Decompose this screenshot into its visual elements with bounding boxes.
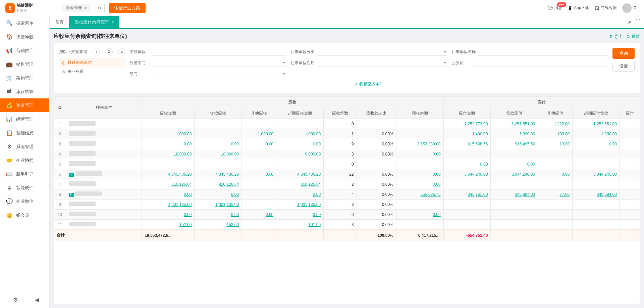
user-name: Rit <box>634 6 639 10</box>
sidebar-item-search[interactable]: 🔍 搜索菜单 <box>0 16 49 30</box>
chevron-down-icon: ▾ <box>85 6 87 10</box>
sidebar: 🔍 搜索菜单 🏠 快捷导航 📢 营销推广 💼 销售管理 🛒 采购管理 🏛 库存核… <box>0 16 50 308</box>
page-actions: ⬆ 导出 ↻ 刷新 <box>609 34 640 40</box>
salesperson-label: 业务员 <box>451 60 472 66</box>
export-button[interactable]: ⬆ 导出 <box>609 34 623 40</box>
chevron-up-icon: ∧ <box>355 82 358 87</box>
notification-badge: 99+ <box>557 2 566 7</box>
col-settings[interactable]: ⚙ <box>54 97 66 119</box>
footer-ar-ratio: 100.00% <box>357 230 396 241</box>
col-prepay: 预收余额 <box>396 108 443 119</box>
division-label: 分管部门 <box>129 60 150 66</box>
table-row: 6✓4,345,436.204,345,436.200.004,345,436.… <box>54 169 640 179</box>
maximize-icon[interactable]: ⛶ <box>635 19 641 25</box>
sidebar-settings-button[interactable]: ⚙ <box>10 295 20 305</box>
filter-partner-name: 往来单位名称 <box>451 48 608 56</box>
sidebar-item-nav[interactable]: 🏠 快捷导航 <box>0 30 49 44</box>
col-loan-ar: 贷款应收 <box>195 108 242 119</box>
tree-item-by-partner[interactable]: ⊙ 按往来来单位 <box>59 58 125 67</box>
purchase-icon: 🛒 <box>6 75 13 81</box>
collapse-more-button[interactable]: ∧ 收起更多条件 <box>354 80 385 88</box>
management-icon: 📊 <box>6 116 13 122</box>
col-receivable-group: 应收 <box>142 97 443 108</box>
sidebar-label-collaboration: 企业协同 <box>16 158 34 164</box>
user-avatar[interactable]: Rit <box>622 3 639 13</box>
partner-nature-select[interactable]: ▾ <box>317 59 447 67</box>
salesperson-input[interactable]: ··· <box>474 59 608 67</box>
sidebar-item-inventory[interactable]: 🏛 库存核算 <box>0 85 49 98</box>
sidebar-item-marketing[interactable]: 📢 营销推广 <box>0 44 49 57</box>
sidebar-item-hardware[interactable]: 🖥 智能硬件 <box>0 181 49 194</box>
tree-label-by-salesperson: 按业务员 <box>67 69 84 75</box>
refresh-button[interactable]: ↻ 刷新 <box>626 34 640 40</box>
filter-partner-category: 往来单位分类 ▾ <box>290 48 447 56</box>
online-service-button[interactable]: 🎧 在线客服 <box>594 5 617 11</box>
sidebar-item-sales[interactable]: 💼 销售管理 <box>0 57 49 71</box>
settlement-unit-input[interactable]: ··· <box>152 48 286 56</box>
sidebar-item-collaboration[interactable]: 🤝 企业协同 <box>0 153 49 167</box>
tab-bar-actions: ✕ ⛶ <box>624 16 644 28</box>
sidebar-item-finance[interactable]: 💰 资金管理 <box>0 98 49 112</box>
partner-category-select[interactable]: ▾ <box>317 48 447 56</box>
download-icon: 📱 <box>568 6 573 10</box>
table-row: 418,000.0018,000.009,000.0030.00%0.00 <box>54 149 640 159</box>
breadcrumb[interactable]: 资金管理 ▾ <box>62 4 91 12</box>
sidebar-item-wechat[interactable]: 💬 企业微信 <box>0 194 49 208</box>
table-row: 101,252,773.001,251,551.001,222.001,251,… <box>54 119 640 129</box>
tab-ar-balance[interactable]: 应收应付余额查询 × <box>69 16 119 29</box>
sales-icon: 💼 <box>6 61 13 68</box>
query-button[interactable]: 查询 <box>612 48 635 59</box>
search-icon: 🔍 <box>6 20 13 26</box>
table-row: 91,001,135.001,001,135.001,001,135.0030.… <box>54 200 640 210</box>
table-row: 8P0.000.000.0040.00%655,636.75345,761.00… <box>54 189 640 200</box>
industry-solution-button[interactable]: 体验行业方案 <box>109 3 146 13</box>
sidebar-item-member[interactable]: 👑 畅会员 <box>0 208 49 222</box>
sidebar-label-sales: 销售管理 <box>16 61 34 68</box>
close-window-icon[interactable]: ✕ <box>628 19 632 26</box>
chevron-down-icon-cat: ▾ <box>444 49 446 54</box>
col-other-ar: 其他应收 <box>242 108 276 119</box>
table-row: 30.000.000.000.0090.00%2,153,333.00915,5… <box>54 139 640 149</box>
top-bar-center: 资金管理 ▾ ⚙ 体验行业方案 <box>55 3 548 13</box>
sidebar-collapse-button[interactable]: ◀ <box>35 297 39 303</box>
app-download-button[interactable]: 📱 App下载 <box>568 5 589 11</box>
guide-icon: 📖 <box>6 171 13 177</box>
division-select[interactable]: ▾ <box>152 59 286 67</box>
sidebar-item-management[interactable]: 📊 经营管理 <box>0 112 49 126</box>
data-table-container[interactable]: ⚙ 往来单位 应收 应付 应收金额 贷款应收 其他应收 超期应收金额 应收笔数 <box>54 96 640 304</box>
inventory-icon: 🏛 <box>6 89 13 95</box>
scheme-settings-button[interactable]: ⚙ <box>105 48 113 55</box>
sidebar-item-system[interactable]: ⚙ 系统管理 <box>0 140 49 153</box>
sidebar-item-basic-info[interactable]: 📋 基础信息 <box>0 126 49 140</box>
sidebar-item-guide[interactable]: 📖 新手引导 <box>0 167 49 181</box>
tab-close-icon[interactable]: × <box>111 19 114 25</box>
breadcrumb-text: 资金管理 <box>66 5 82 11</box>
logo-text-area: 畅捷通财 标准版 <box>17 3 33 13</box>
setting-button[interactable]: 设置 <box>612 61 635 72</box>
marketing-icon: 📢 <box>6 47 13 54</box>
department-select[interactable]: ▾ <box>152 70 286 78</box>
sidebar-label-system: 系统管理 <box>16 144 34 150</box>
sidebar-item-purchase[interactable]: 🛒 采购管理 <box>0 71 49 85</box>
table-settings-icon: ⚙ <box>58 105 62 110</box>
page-header: 应收应付余额查询(按往来单位) ⬆ 导出 ↻ 刷新 <box>54 33 640 40</box>
messages-button[interactable]: 💬 消息 99+ <box>548 5 562 11</box>
table-row: 7810,126.64810,126.64810,126.6420.00%0.0… <box>54 179 640 189</box>
chevron-down-icon-div: ▾ <box>283 60 285 65</box>
add-scheme-button[interactable]: + <box>93 48 100 55</box>
message-icon: 💬 <box>548 6 553 10</box>
system-icon: ⚙ <box>6 143 13 150</box>
scheme-collapse-button[interactable]: « <box>118 48 125 55</box>
col-ar-ratio: 应收款占比 <box>357 108 396 119</box>
filter-settlement-unit: 结算单位 ··· <box>129 48 286 56</box>
partner-name-input[interactable] <box>478 48 608 56</box>
hardware-icon: 🖥 <box>6 185 13 191</box>
tab-home[interactable]: 首页 <box>50 16 69 29</box>
home-icon: 🏠 <box>6 34 13 40</box>
footer-label: 合计 <box>54 230 142 241</box>
tree-item-by-salesperson[interactable]: ⊗ 按业务员 <box>59 67 125 76</box>
tab-bar: 首页 应收应付余额查询 × ✕ ⛶ <box>50 16 644 29</box>
data-table: ⚙ 往来单位 应收 应付 应收金额 贷款应收 其他应收 超期应收金额 应收笔数 <box>54 96 640 241</box>
settings-button[interactable]: ⚙ <box>95 3 105 13</box>
department-label: 部门 <box>129 71 150 77</box>
